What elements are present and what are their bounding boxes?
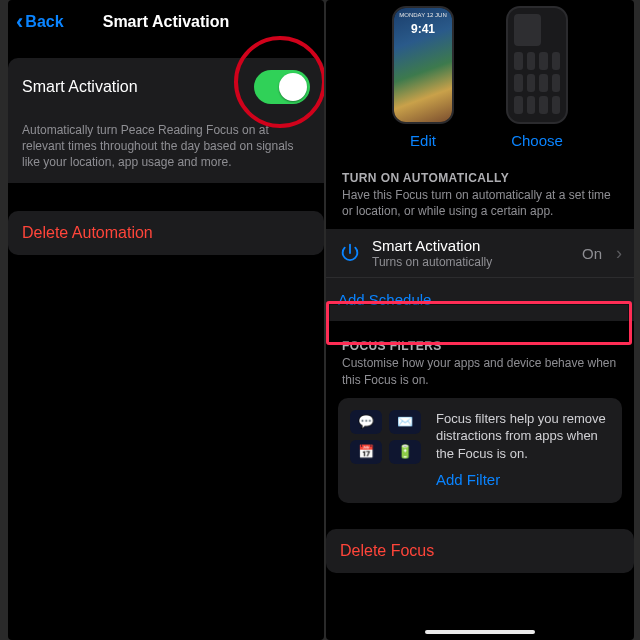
mail-icon: ✉️ (389, 410, 421, 434)
filters-section-header: FOCUS FILTERS Customise how your apps an… (326, 321, 634, 389)
focus-filters-body: Focus filters help you remove distractio… (436, 411, 606, 461)
smart-activation-toggle[interactable] (254, 70, 310, 104)
smart-activation-value: On (582, 245, 602, 262)
pane-smart-activation: ‹ Back Smart Activation Smart Activation… (8, 0, 324, 640)
home-indicator[interactable] (425, 630, 535, 634)
choose-label: Choose (511, 132, 563, 149)
messages-icon: 💬 (350, 410, 382, 434)
edit-label: Edit (410, 132, 436, 149)
homescreen-preview[interactable]: Choose (498, 6, 576, 149)
smart-activation-description: Automatically turn Peace Reading Focus o… (8, 116, 324, 183)
phone-homescreen-icon (506, 6, 568, 124)
smart-activation-label: Smart Activation (22, 78, 138, 96)
focus-filters-card: 💬 ✉️ 📅 🔋 Focus filters help you remove d… (338, 398, 622, 503)
chevron-left-icon: ‹ (16, 11, 23, 33)
add-filter-button[interactable]: Add Filter (436, 470, 610, 490)
back-label: Back (25, 13, 63, 31)
lockscreen-preview[interactable]: MONDAY 12 JUN 9:41 Edit (384, 6, 462, 149)
delete-focus-button[interactable]: Delete Focus (326, 529, 634, 573)
page-title: Smart Activation (103, 13, 230, 31)
delete-automation-button[interactable]: Delete Automation (8, 211, 324, 255)
calendar-icon: 📅 (350, 440, 382, 464)
add-schedule-button[interactable]: Add Schedule (326, 277, 634, 321)
battery-icon: 🔋 (389, 440, 421, 464)
screen-previews: MONDAY 12 JUN 9:41 Edit Choose (326, 0, 634, 153)
navbar: ‹ Back Smart Activation (8, 0, 324, 44)
chevron-right-icon: › (616, 243, 622, 264)
power-icon (338, 241, 362, 265)
filter-app-icons: 💬 ✉️ 📅 🔋 (350, 410, 422, 464)
pane-focus-settings: MONDAY 12 JUN 9:41 Edit Choose TURN O (326, 0, 634, 640)
back-button[interactable]: ‹ Back (16, 0, 64, 44)
auto-section-header: TURN ON AUTOMATICALLY Have this Focus tu… (326, 153, 634, 221)
auto-list: Smart Activation Turns on automatically … (326, 229, 634, 321)
toggle-knob (279, 73, 307, 101)
phone-lockscreen-icon: MONDAY 12 JUN 9:41 (392, 6, 454, 124)
smart-activation-row: Smart Activation (8, 58, 324, 116)
smart-activation-item[interactable]: Smart Activation Turns on automatically … (326, 229, 634, 277)
